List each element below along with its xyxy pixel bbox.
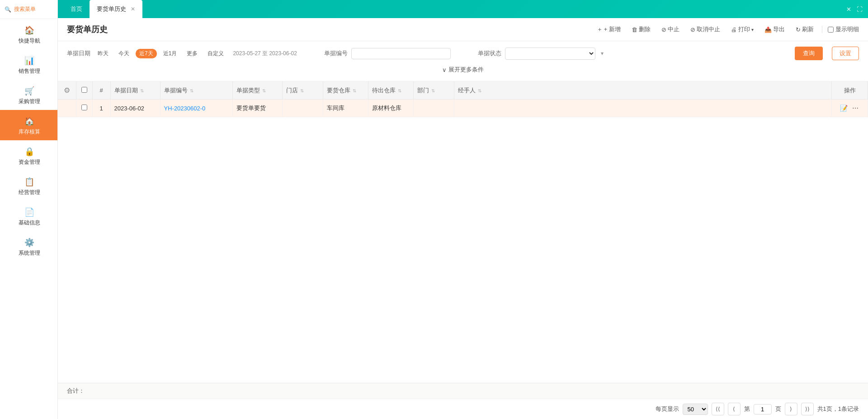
date-1month-btn[interactable]: 近1月	[160, 49, 181, 58]
status-dropdown-icon: ▾	[601, 50, 604, 57]
sidebar-item-finance[interactable]: 🔒 资金管理	[0, 140, 57, 171]
date-custom-btn[interactable]: 自定义	[204, 49, 227, 58]
sort-icon-pending: ⇅	[398, 88, 401, 93]
refresh-button[interactable]: ↻ 刷新	[793, 24, 816, 35]
row-handler-cell	[454, 100, 832, 117]
filter-area: 单据日期 昨天 今天 近7天 近1月 更多 自定义 2023-05-27 至 2…	[58, 41, 868, 81]
page-next-button[interactable]: ⟩	[785, 403, 797, 415]
col-pending-header[interactable]: 待出仓库 ⇅	[368, 81, 413, 100]
window-maximize-button[interactable]: ⛶	[857, 6, 863, 13]
expand-row: ∨ 展开更多条件	[67, 64, 859, 76]
display-detail-toggle[interactable]: 显示明细	[828, 25, 859, 33]
row-pending-cell: 原材料仓库	[368, 100, 413, 117]
page-size-select[interactable]: 50 10 20 100	[683, 404, 708, 415]
page-size-label: 每页显示	[656, 405, 679, 413]
row-code-cell[interactable]: YH-20230602-0	[160, 100, 232, 117]
sidebar-item-label: 基础信息	[19, 219, 40, 227]
status-filter-select[interactable]	[505, 48, 595, 60]
query-button[interactable]: 查询	[795, 47, 823, 60]
sidebar-item-sales[interactable]: 📊 销售管理	[0, 49, 57, 80]
sidebar-item-inventory[interactable]: 🏠 库存核算	[0, 110, 57, 140]
stop-icon: ⊘	[661, 26, 666, 33]
tab-close-icon[interactable]: ✕	[131, 6, 135, 12]
row-code-link[interactable]: YH-20230602-0	[164, 105, 206, 112]
system-icon: ⚙️	[24, 238, 34, 248]
row-store-cell	[282, 100, 323, 117]
col-store-header[interactable]: 门店 ⇅	[282, 81, 323, 100]
sidebar-item-ops[interactable]: 📋 经营管理	[0, 171, 57, 201]
sort-icon-date: ⇅	[140, 88, 144, 93]
tab-home-label: 首页	[71, 5, 82, 13]
sidebar-search-label: 搜索菜单	[14, 5, 36, 13]
code-filter-input[interactable]	[351, 48, 451, 59]
status-filter-label: 单据状态	[478, 49, 501, 57]
sidebar-item-label: 采购管理	[19, 98, 40, 105]
select-all-checkbox[interactable]	[81, 87, 87, 93]
col-checkbox-header[interactable]	[76, 81, 92, 100]
page-prev-button[interactable]: ⟨	[728, 403, 741, 415]
col-num-header[interactable]: #	[92, 81, 110, 100]
row-type-cell: 要货单要货	[232, 100, 282, 117]
settings-button[interactable]: 设置	[832, 47, 859, 60]
col-ops-header: 操作	[832, 81, 868, 100]
summary-bar: 合计：	[58, 383, 868, 399]
date-yesterday-btn[interactable]: 昨天	[94, 49, 112, 58]
status-filter-group: 单据状态 ▾	[478, 48, 786, 60]
col-warehouse-header[interactable]: 要货仓库 ⇅	[323, 81, 368, 100]
settings-cog-icon[interactable]: ⚙	[64, 86, 70, 95]
cancel-stop-icon: ⊘	[690, 26, 695, 33]
page-last-button[interactable]: ⟩⟩	[801, 403, 814, 415]
col-type-header[interactable]: 单据类型 ⇅	[232, 81, 282, 100]
date-today-btn[interactable]: 今天	[115, 49, 133, 58]
col-code-header[interactable]: 单据编号 ⇅	[160, 81, 232, 100]
page-number-input[interactable]	[754, 404, 772, 414]
sidebar-item-label: 销售管理	[19, 67, 40, 75]
sidebar-search[interactable]: 🔍 搜索菜单	[0, 0, 57, 19]
col-handler-header[interactable]: 经手人 ⇅	[454, 81, 832, 100]
date-more-btn[interactable]: 更多	[183, 49, 201, 58]
sidebar-item-system[interactable]: ⚙️ 系统管理	[0, 231, 57, 262]
row-checkbox[interactable]	[81, 105, 87, 110]
window-close-button[interactable]: ✕	[846, 6, 851, 13]
sidebar-item-quick-nav[interactable]: 🏠 快捷导航	[0, 19, 57, 49]
display-detail-checkbox[interactable]	[828, 27, 834, 33]
tab-home[interactable]: 首页	[63, 0, 90, 18]
topbar: 首页 要货单历史 ✕ ✕ ⛶	[58, 0, 868, 18]
add-icon: ＋	[597, 25, 603, 33]
sidebar-item-purchase[interactable]: 🛒 采购管理	[0, 80, 57, 110]
date-7days-btn[interactable]: 近7天	[136, 49, 157, 58]
filter-row-1: 单据日期 昨天 今天 近7天 近1月 更多 自定义 2023-05-27 至 2…	[67, 47, 859, 60]
expand-filter-button[interactable]: ∨ 展开更多条件	[437, 64, 489, 76]
home-icon: 🏠	[24, 25, 34, 35]
date-filter-group: 单据日期 昨天 今天 近7天 近1月 更多 自定义 2023-05-27 至 2…	[67, 49, 297, 58]
row-edit-icon[interactable]: 📝	[839, 103, 849, 113]
date-filter-label: 单据日期	[67, 49, 90, 57]
pagination: 每页显示 50 10 20 100 ⟨⟨ ⟨ 第 页 ⟩ ⟩⟩ 共1页，1条记录	[58, 399, 868, 419]
row-ops-cell: 📝 ⋯	[832, 100, 868, 117]
header-actions: ＋ + 新增 🗑 删除 ⊘ 中止 ⊘ 取消中止 🖨 打印 ▾ 📤	[594, 24, 859, 35]
print-button[interactable]: 🖨 打印 ▾	[728, 24, 756, 35]
col-date-header[interactable]: 单据日期 ⇅	[110, 81, 160, 100]
chevron-down-icon: ∨	[442, 67, 447, 73]
date-buttons: 昨天 今天 近7天 近1月 更多 自定义	[94, 49, 227, 58]
table-row[interactable]: 1 2023-06-02 YH-20230602-0 要货单要货	[58, 100, 868, 117]
finance-icon: 🔒	[24, 147, 34, 157]
topbar-right: ✕ ⛶	[846, 6, 863, 13]
add-button[interactable]: ＋ + 新增	[594, 24, 623, 35]
date-range-display: 2023-05-27 至 2023-06-02	[233, 50, 297, 57]
tab-requisition-history[interactable]: 要货单历史 ✕	[90, 0, 142, 18]
stop-button[interactable]: ⊘ 中止	[659, 24, 682, 35]
ops-icon: 📋	[24, 177, 34, 187]
display-detail-label: 显示明细	[835, 25, 859, 33]
col-dept-header[interactable]: 部门 ⇅	[413, 81, 454, 100]
cancel-stop-button[interactable]: ⊘ 取消中止	[688, 24, 723, 35]
tab-requisition-label: 要货单历史	[97, 5, 126, 13]
row-more-icon[interactable]: ⋯	[850, 103, 860, 113]
delete-button[interactable]: 🗑 删除	[629, 24, 653, 35]
col-settings-header[interactable]: ⚙	[58, 81, 76, 100]
row-checkbox-cell[interactable]	[76, 100, 92, 117]
sidebar-item-basic[interactable]: 📄 基础信息	[0, 201, 57, 231]
export-button[interactable]: 📤 导出	[762, 24, 788, 35]
page-first-button[interactable]: ⟨⟨	[712, 403, 724, 415]
page-label: 第	[744, 405, 750, 413]
